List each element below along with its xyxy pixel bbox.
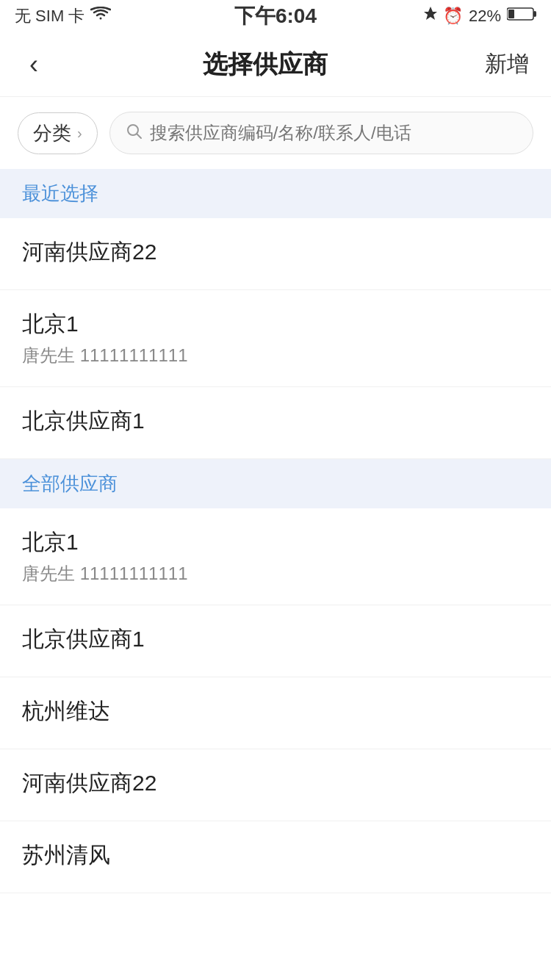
list-item[interactable]: 苏州清风 (0, 821, 551, 893)
chevron-right-icon: › (77, 125, 82, 142)
location-icon (424, 7, 437, 26)
recent-list: 河南供应商22北京1唐先生 11111111111北京供应商1 (0, 218, 551, 459)
status-time: 下午6:04 (234, 2, 317, 30)
item-name: 北京1 (22, 527, 529, 558)
list-item[interactable]: 北京供应商1 (0, 605, 551, 677)
nav-bar: ‹ 选择供应商 新增 (0, 32, 551, 97)
carrier-text: 无 SIM 卡 (15, 5, 84, 27)
item-name: 北京1 (22, 309, 529, 339)
category-button[interactable]: 分类 › (18, 112, 98, 154)
all-section-header: 全部供应商 (0, 459, 551, 508)
wifi-icon (90, 7, 111, 26)
list-item[interactable]: 河南供应商22 (0, 749, 551, 821)
item-name: 河南供应商22 (22, 237, 529, 267)
item-name: 苏州清风 (22, 840, 529, 871)
status-left: 无 SIM 卡 (15, 5, 111, 27)
svg-rect-1 (533, 11, 536, 17)
status-bar: 无 SIM 卡 下午6:04 ⏰ 22% (0, 0, 551, 32)
item-name: 北京供应商1 (22, 624, 529, 655)
list-item[interactable]: 杭州维达 (0, 677, 551, 749)
all-list: 北京1唐先生 11111111111北京供应商1杭州维达河南供应商22苏州清风 (0, 508, 551, 893)
category-label: 分类 (33, 120, 71, 146)
list-item[interactable]: 北京1唐先生 11111111111 (0, 508, 551, 605)
item-name: 杭州维达 (22, 696, 529, 727)
list-item[interactable]: 北京1唐先生 11111111111 (0, 290, 551, 387)
item-name: 河南供应商22 (22, 768, 529, 799)
item-sub: 唐先生 11111111111 (22, 562, 529, 586)
filter-bar: 分类 › (0, 97, 551, 169)
recent-section-label: 最近选择 (22, 182, 98, 204)
back-button[interactable]: ‹ (22, 42, 46, 87)
search-input[interactable] (150, 123, 518, 143)
page-title: 选择供应商 (203, 48, 328, 82)
battery-icon (507, 7, 536, 26)
list-item[interactable]: 河南供应商22 (0, 218, 551, 290)
search-box (109, 112, 533, 154)
item-name: 北京供应商1 (22, 406, 529, 436)
new-button[interactable]: 新增 (485, 49, 529, 79)
battery-text: 22% (469, 7, 501, 26)
recent-section-header: 最近选择 (0, 169, 551, 218)
alarm-icon: ⏰ (443, 7, 463, 26)
search-icon (125, 121, 143, 145)
list-item[interactable]: 北京供应商1 (0, 387, 551, 459)
all-section-label: 全部供应商 (22, 472, 118, 494)
item-sub: 唐先生 11111111111 (22, 344, 529, 367)
svg-rect-2 (508, 10, 514, 18)
status-right: ⏰ 22% (424, 7, 536, 26)
svg-line-4 (137, 134, 141, 139)
